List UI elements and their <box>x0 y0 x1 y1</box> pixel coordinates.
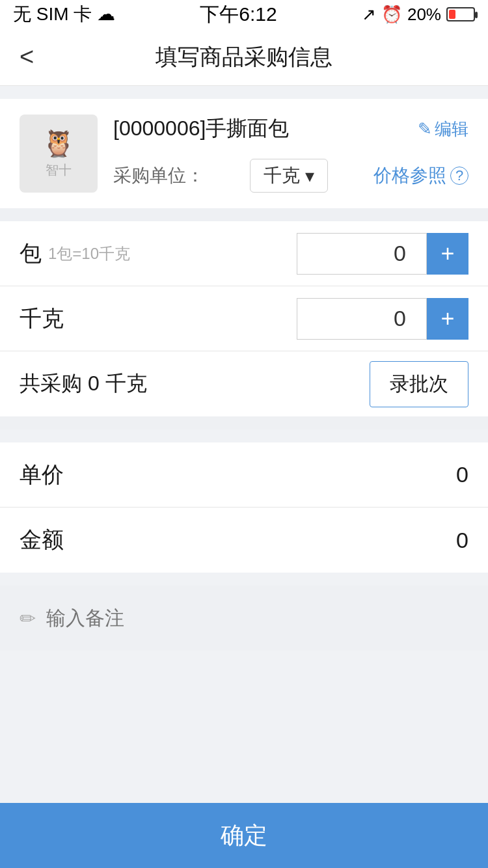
location-icon: ↗ <box>362 5 376 25</box>
back-button[interactable]: < <box>13 36 40 77</box>
sim-status: 无 SIM 卡 ☁ <box>13 2 115 27</box>
product-info: [0000006]手撕面包 ✎ 编辑 采购单位： 千克 ▾ 价格参照 ? <box>113 115 468 193</box>
price-section: 单价 0 金额 0 <box>0 442 488 573</box>
edit-button[interactable]: ✎ 编辑 <box>418 118 468 141</box>
quantity-section: 包 1包=10千克 + 千克 + <box>0 221 488 351</box>
battery-percent: 20% <box>407 5 441 25</box>
package-sublabel: 1包=10千克 <box>48 243 297 264</box>
product-thumbnail: 🦉 智十 <box>20 115 98 193</box>
amount-row: 金额 0 <box>0 508 488 573</box>
battery-icon <box>446 7 475 21</box>
status-time: 下午6:12 <box>200 1 277 28</box>
edit-icon: ✎ <box>418 119 432 139</box>
pencil-icon: ✏ <box>20 607 36 630</box>
logo-text: 智十 <box>46 161 72 179</box>
status-right: ↗ ⏰ 20% <box>362 5 475 25</box>
chevron-down-icon: ▾ <box>305 165 314 187</box>
batch-label: 录批次 <box>390 373 448 394</box>
batch-button[interactable]: 录批次 <box>370 361 468 407</box>
page-title: 填写商品采购信息 <box>156 42 332 72</box>
nav-bar: < 填写商品采购信息 <box>0 29 488 86</box>
help-icon: ? <box>450 167 468 185</box>
amount-value: 0 <box>456 528 468 553</box>
price-ref-button[interactable]: 价格参照 ? <box>373 163 468 188</box>
summary-text: 共采购 0 千克 <box>20 370 147 398</box>
package-qty-input[interactable] <box>297 233 427 275</box>
package-qty-wrapper: + <box>297 233 468 275</box>
kg-qty-input[interactable] <box>297 298 427 340</box>
package-row: 包 1包=10千克 + <box>0 221 488 286</box>
back-icon: < <box>20 43 34 70</box>
product-card: 🦉 智十 [0000006]手撕面包 ✎ 编辑 采购单位： 千克 ▾ 价格参照 … <box>0 99 488 208</box>
kg-row: 千克 + <box>0 286 488 351</box>
product-full-name: [0000006]手撕面包 <box>113 115 289 143</box>
summary-prefix: 共采购 <box>20 372 82 395</box>
kg-label: 千克 <box>20 304 64 334</box>
confirm-label: 确定 <box>221 820 267 852</box>
amount-label: 金额 <box>20 525 64 555</box>
confirm-button[interactable]: 确定 <box>0 803 488 868</box>
owl-icon: 🦉 <box>42 128 75 159</box>
unit-price-value: 0 <box>456 462 468 487</box>
status-bar: 无 SIM 卡 ☁ 下午6:12 ↗ ⏰ 20% <box>0 0 488 29</box>
product-name-row: [0000006]手撕面包 ✎ 编辑 <box>113 115 468 143</box>
unit-label: 采购单位： <box>113 163 204 188</box>
unit-select[interactable]: 千克 ▾ <box>250 159 328 193</box>
unit-price-label: 单价 <box>20 460 64 490</box>
package-label: 包 <box>20 239 42 269</box>
summary-qty: 0 <box>88 372 100 395</box>
unit-price-row: 单价 0 <box>0 442 488 508</box>
unit-row: 采购单位： 千克 ▾ 价格参照 ? <box>113 159 468 193</box>
status-left: 无 SIM 卡 ☁ <box>13 2 115 27</box>
kg-plus-button[interactable]: + <box>427 298 468 340</box>
bottom-padding <box>0 651 488 729</box>
edit-label: 编辑 <box>435 118 468 141</box>
alarm-icon: ⏰ <box>381 5 402 25</box>
unit-value: 千克 <box>264 163 300 188</box>
package-plus-button[interactable]: + <box>427 233 468 275</box>
divider-1 <box>0 208 488 221</box>
summary-unit: 千克 <box>105 372 147 395</box>
remark-input[interactable] <box>46 607 468 629</box>
price-ref-label: 价格参照 <box>373 163 446 188</box>
kg-qty-wrapper: + <box>297 298 468 340</box>
summary-row: 共采购 0 千克 录批次 <box>0 351 488 416</box>
divider-2 <box>0 416 488 429</box>
remark-section: ✏ <box>0 586 488 651</box>
